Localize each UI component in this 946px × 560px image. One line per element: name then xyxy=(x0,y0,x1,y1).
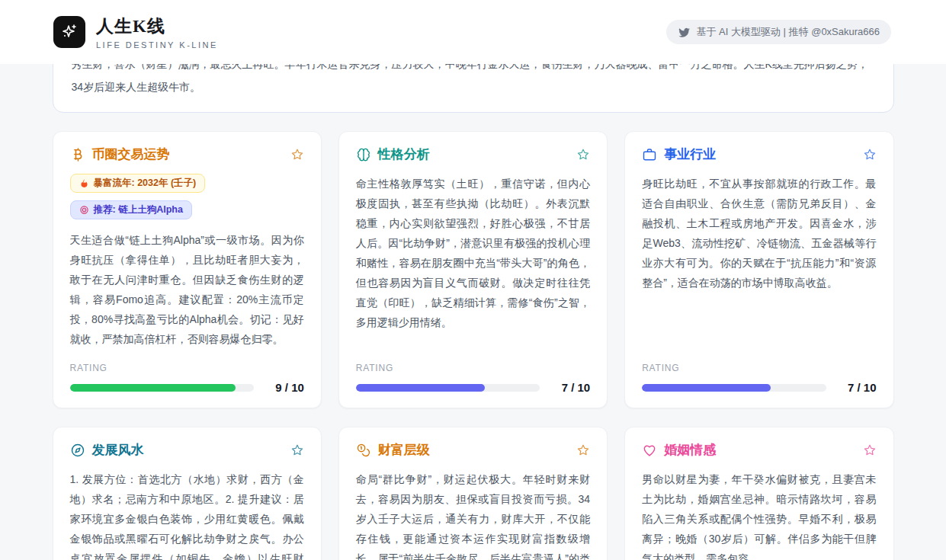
favorite-star-icon[interactable] xyxy=(576,443,590,457)
rating-label: RATING xyxy=(356,363,590,373)
card-marriage: 婚姻情感 男命以财星为妻，年干癸水偏财被克，且妻宫未土为比劫，婚姻宫坐忌神。暗示… xyxy=(624,427,893,560)
recommendation-badge: 推荐: 链上土狗Alpha xyxy=(70,200,192,219)
card-body-text: 命局“群比争财”，财运起伏极大。年轻时财来财去，容易因为朋友、担保或盲目投资而亏… xyxy=(356,469,590,560)
rating-score: 7 / 10 xyxy=(549,381,590,394)
wealth-year-badge: 暴富流年: 2032年 (壬子) xyxy=(70,174,206,193)
twitter-icon xyxy=(678,26,690,38)
card-title: 币圈交易运势 xyxy=(92,146,170,163)
twitter-pill-label: 基于 AI 大模型驱动 | 推特 @0xSakura666 xyxy=(696,25,880,39)
rating-label: RATING xyxy=(642,363,876,373)
card-title: 婚姻情感 xyxy=(664,441,716,459)
brain-icon xyxy=(356,147,371,162)
card-fengshui: 发展风水 1. 发展方位：首选北方（水地）求财，西方（金地）求名；忌南方和中原地… xyxy=(53,427,322,560)
wealth-year-badge-label: 暴富流年: 2032年 (壬子) xyxy=(94,178,197,188)
card-title: 发展风水 xyxy=(92,441,144,459)
card-title: 财富层级 xyxy=(378,441,430,459)
card-crypto-trading: 币圈交易运势 暴富流年: 2032年 (壬子) xyxy=(53,131,322,408)
compass-icon xyxy=(70,443,85,458)
card-body-text: 天生适合做“链上土狗Alpha”或一级市场。因为你身旺抗压（拿得住单），且比劫旺… xyxy=(70,230,304,349)
rating-label: RATING xyxy=(70,363,304,373)
app-logo xyxy=(53,16,85,48)
card-career: 事业行业 身旺比劫旺，不宜从事按部就班的行政工作。最适合自由职业、合伙生意（需防… xyxy=(624,131,893,408)
heart-icon xyxy=(642,443,657,458)
rating-score: 7 / 10 xyxy=(835,381,877,394)
page-title: 人生K线 xyxy=(96,14,218,38)
brand: 人生K线 LIFE DESTINY K-LINE xyxy=(53,14,218,50)
rating-score: 9 / 10 xyxy=(263,381,304,394)
rating-bar-fill xyxy=(70,384,236,392)
coins-icon xyxy=(356,443,371,458)
favorite-star-icon[interactable] xyxy=(863,148,877,162)
flame-icon xyxy=(79,178,89,188)
rating-bar-track xyxy=(356,384,540,392)
dart-icon xyxy=(79,205,89,215)
rating-bar-track xyxy=(70,384,254,392)
card-title: 事业行业 xyxy=(664,146,716,163)
favorite-star-icon[interactable] xyxy=(290,443,304,457)
card-body-text: 1. 发展方位：首选北方（水地）求财，西方（金地）求名；忌南方和中原地区。2. … xyxy=(70,469,304,560)
card-body-text: 身旺比劫旺，不宜从事按部就班的行政工作。最适合自由职业、合伙生意（需防兄弟反目）… xyxy=(642,174,876,293)
rating-bar-track xyxy=(642,384,826,392)
sparkle-icon xyxy=(60,23,79,41)
bitcoin-icon xyxy=(70,147,85,162)
rating-bar-fill xyxy=(356,384,485,392)
twitter-link-pill[interactable]: 基于 AI 大模型驱动 | 推特 @0xSakura666 xyxy=(666,20,891,44)
favorite-star-icon[interactable] xyxy=(863,443,877,457)
briefcase-icon xyxy=(642,147,657,162)
analysis-grid: 币圈交易运势 暴富流年: 2032年 (壬子) xyxy=(53,131,894,560)
favorite-star-icon[interactable] xyxy=(290,148,304,162)
favorite-star-icon[interactable] xyxy=(576,148,590,162)
card-body-text: 男命以财星为妻，年干癸水偏财被克，且妻宫未土为比劫，婚姻宫坐忌神。暗示情路坎坷，… xyxy=(642,469,876,560)
card-body-text: 命主性格敦厚笃实（土旺），重信守诺，但内心极度固执，甚至有些执拗（比劫旺）。外表… xyxy=(356,174,590,332)
card-personality: 性格分析 命主性格敦厚笃实（土旺），重信守诺，但内心极度固执，甚至有些执拗（比劫… xyxy=(338,131,608,408)
recommendation-badge-label: 推荐: 链上土狗Alpha xyxy=(94,205,183,215)
app-header: 人生K线 LIFE DESTINY K-LINE 基于 AI 大模型驱动 | 推… xyxy=(0,0,946,64)
summary-line-2: 34岁后迎来人生超级牛市。 xyxy=(72,75,875,98)
card-title: 性格分析 xyxy=(378,146,430,163)
card-wealth-level: 财富层级 命局“群比争财”，财运起伏极大。年轻时财来财去，容易因为朋友、担保或盲… xyxy=(338,427,608,560)
rating-bar-fill xyxy=(642,384,771,392)
page-subtitle: LIFE DESTINY K-LINE xyxy=(96,40,218,50)
